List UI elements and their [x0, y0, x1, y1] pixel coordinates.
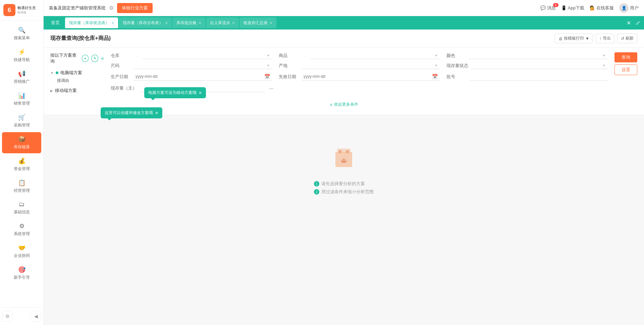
edit-scheme-btn[interactable]: ✎ [91, 55, 98, 62]
warehouse-label: 仓库 [111, 53, 131, 59]
user-menu[interactable]: 👤 用户 [619, 3, 639, 13]
inventory-icon: 📦 [18, 136, 25, 143]
page-title: 现存量查询(按仓库+商品) [50, 35, 111, 42]
tip-num-2: 2 [314, 189, 319, 195]
tab-maximize-icon[interactable]: ⤢ [634, 18, 641, 28]
goods-dots-icon[interactable]: ··· [302, 53, 308, 58]
app-download-btn[interactable]: 📱 App下载 [561, 5, 584, 11]
tab-close-all-icon[interactable]: ✕ [625, 18, 632, 28]
print-btn[interactable]: 🖨 按模板打印 ▼ [555, 34, 593, 43]
desktop-scheme-item[interactable]: ▼ 电脑端方案 [50, 68, 104, 77]
size-select[interactable]: ▼ [133, 62, 272, 69]
tab-label: 库存批次账 [176, 20, 197, 26]
tip-num-1: 1 [314, 181, 319, 186]
tooltip2-text: 这里可以创建和修改方案哦 [105, 110, 153, 116]
sidebar-nav: 🔍 搜索菜单 ⚡ 快捷导航 📢 营销推广 📊 销售管理 🛒 采购管理 📦 库存核… [0, 20, 43, 307]
tab-inventory-dist[interactable]: 现存量（库存分布表） ✕ [119, 17, 172, 28]
goods-label: 商品 [279, 53, 299, 59]
query-buttons: 查询 设置 [614, 52, 637, 99]
sidebar-item-quick[interactable]: ⚡ 快捷导航 [2, 45, 41, 66]
tab-close-icon[interactable]: ✕ [199, 21, 201, 25]
scheme-panel: 按以下方案查询 + ✎ « ▼ 电脑端方案 接调由 [50, 52, 104, 99]
child-label: 接调由 [57, 78, 69, 83]
add-scheme-btn[interactable]: + [82, 55, 89, 62]
sidebar-item-label: 系统管理 [14, 231, 30, 237]
prod-date-input[interactable] [136, 74, 264, 79]
back-btn[interactable]: « [101, 55, 104, 61]
sidebar-item-sales[interactable]: 📊 销售管理 [2, 89, 41, 110]
exp-date-input[interactable] [304, 74, 432, 79]
empty-illustration [327, 142, 361, 175]
sidebar-item-system[interactable]: ⚙ 系统管理 [2, 219, 41, 240]
collapse-label: 收起更多条件 [334, 102, 358, 107]
color-select[interactable]: ▼ [469, 52, 608, 59]
sidebar-item-label: 销售管理 [14, 101, 30, 106]
calendar-icon[interactable]: 📅 [432, 74, 438, 79]
svg-rect-3 [346, 150, 349, 153]
sidebar-item-inventory[interactable]: 📦 库存核算 [2, 132, 41, 153]
basic-icon: 🗂 [19, 201, 25, 208]
goods-select[interactable]: ▼ [310, 52, 440, 59]
prod-date-filter: 生产日期 📅 [111, 72, 272, 81]
refresh-btn[interactable]: ↺ 刷新 [617, 34, 637, 43]
notification-badge: 6 [553, 3, 558, 7]
warehouse-select[interactable]: ▼ [142, 52, 272, 59]
sidebar-item-purchase[interactable]: 🛒 采购管理 [2, 110, 41, 131]
tab-inventory-status[interactable]: 现存量（库存状况表） ✕ [65, 17, 118, 28]
sidebar-item-finance[interactable]: 💰 资金管理 [2, 154, 41, 175]
tab-close-icon[interactable]: ✕ [270, 21, 272, 25]
notification-btn[interactable]: 💬 消息 6 [540, 5, 556, 11]
size-filter: 尺码 ▼ [111, 62, 272, 69]
stock-status-select[interactable]: ▼ [471, 62, 608, 69]
try-industry-btn[interactable]: 体验行业方案 [117, 3, 153, 13]
size-label: 尺码 [111, 63, 131, 69]
tab-close-icon[interactable]: ✕ [111, 21, 114, 25]
tooltip2-close-btn[interactable]: ✕ [155, 111, 158, 115]
desktop-scheme-child[interactable]: 接调由 [57, 77, 104, 84]
sidebar-item-marketing[interactable]: 📢 营销推广 [2, 67, 41, 88]
tab-batch[interactable]: 库存批次账 ✕ [172, 17, 205, 28]
quick-icon: ⚡ [18, 48, 25, 56]
set-btn[interactable]: 设置 [614, 64, 637, 75]
export-btn[interactable]: ↑ 导出 [596, 34, 614, 43]
online-service-btn[interactable]: 💁 在线客服 [590, 5, 614, 11]
origin-filter: 产地 ▼ [279, 62, 440, 69]
goods-filter: 商品 ··· ▼ [279, 52, 440, 59]
expand-arrow-icon: ▶ [50, 89, 53, 93]
message-icon: 💬 [540, 5, 546, 10]
sidebar-item-guide[interactable]: 🎯 新手引导 [2, 263, 41, 284]
sidebar-item-operations[interactable]: 📋 经营管理 [2, 176, 41, 197]
tab-close-icon[interactable]: ✕ [232, 21, 235, 25]
sidebar-item-basic[interactable]: 🗂 基础信息 [2, 198, 41, 218]
search-icon: 🔍 [18, 26, 25, 34]
warehouse-dots-icon[interactable]: ··· [133, 53, 140, 58]
batch-filter: 批号 [446, 72, 608, 81]
chevron-down-icon: ▼ [434, 54, 438, 57]
color-filter: 颜色 ▼ [446, 52, 608, 59]
calendar-icon[interactable]: 📅 [264, 74, 270, 79]
query-btn[interactable]: 查询 [614, 52, 637, 62]
sidebar-item-enterprise[interactable]: 🤝 企业协同 [2, 241, 41, 262]
tab-home[interactable]: 首页 [46, 18, 64, 28]
header-settings-icon[interactable]: ⚙ [109, 5, 114, 11]
sidebar-item-label: 资金管理 [14, 166, 30, 172]
tip-text-2: 用过滤条件来缩小分析范围 [321, 189, 374, 195]
mobile-scheme-item[interactable]: ▶ 移动端方案 [50, 86, 104, 95]
warehouse-filter: 仓库 ··· ▼ [111, 52, 272, 59]
tab-receive[interactable]: 收发存汇总表 ✕ [239, 17, 276, 28]
sidebar-collapse-btn[interactable]: ◀ [31, 311, 41, 322]
guide-icon: 🎯 [18, 266, 25, 273]
logo-badge: 标准版 [17, 10, 36, 15]
sidebar-item-search[interactable]: 🔍 搜索菜单 [2, 23, 41, 44]
batch-input[interactable] [469, 73, 608, 81]
export-label: 导出 [603, 36, 611, 41]
print-label: 按模板打印 [564, 36, 584, 41]
origin-select[interactable]: ▼ [302, 62, 440, 69]
tab-inout[interactable]: 出入库流水 ✕ [206, 17, 239, 28]
tooltip-close-btn[interactable]: ✕ [199, 91, 202, 95]
tab-bar: 首页 现存量（库存状况表） ✕ 现存量（库存分布表） ✕ 库存批次账 ✕ 出入库… [44, 16, 644, 30]
tab-close-icon[interactable]: ✕ [165, 21, 168, 25]
top-header: 装备及固定资产辅助管理系统 ⚙ 体验行业方案 💬 消息 6 📱 App下载 💁 … [44, 0, 644, 16]
sidebar-settings-btn[interactable]: ⚙ [2, 311, 13, 322]
active-indicator [56, 71, 58, 74]
